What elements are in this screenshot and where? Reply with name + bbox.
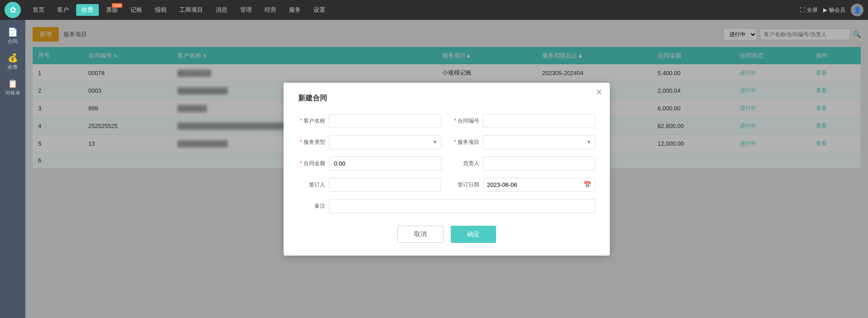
sidebar-item-statement-label: 对账单 [5,90,20,96]
nav-management[interactable]: 管理 [235,4,257,16]
main-layout: 📄 合同 💰 收费 📋 对账单 新增 服务项目 进行中 已完成 已终止 全部 [0,20,868,318]
fullscreen-icon: ⛶ [800,7,805,13]
top-navigation: ✿ 首页 客户 收费 票据 new 记账 报税 工商项目 消息 管理 经营 服务… [0,0,868,20]
billing-icon: 💰 [8,54,18,62]
form-row-contract-no: 合同编号 [452,114,595,128]
nav-settings[interactable]: 设置 [308,4,331,16]
nav-billing[interactable]: 收费 [76,4,99,16]
customer-name-label: 客户名称 [298,117,325,125]
left-sidebar: 📄 合同 💰 收费 📋 对账单 [0,20,25,318]
form-row-responsible-person: 负责人 [452,157,595,171]
confirm-button[interactable]: 确定 [451,226,496,243]
nav-home[interactable]: 首页 [27,4,50,16]
service-item-select-wrapper: ▼ [483,135,595,149]
nav-customer[interactable]: 客户 [52,4,74,16]
sidebar-item-statement[interactable]: 📋 对账单 [1,76,24,100]
form-row-notes: 备注 [298,199,595,213]
fullscreen-button[interactable]: ⛶ 全屏 [800,6,818,14]
nav-bookkeeping[interactable]: 记账 [125,4,148,16]
member-icon: ▶ [823,7,827,13]
sign-date-label: 签订日期 [452,181,479,189]
service-type-select[interactable] [329,135,441,149]
app-logo: ✿ [5,2,21,18]
cancel-button[interactable]: 取消 [397,226,444,243]
modal-close-button[interactable]: ✕ [596,88,603,96]
form-row-signer: 签订人 [298,178,441,192]
nav-tax[interactable]: 报税 [149,4,172,16]
customer-name-input[interactable] [329,114,441,128]
service-type-label: 服务类型 [298,138,325,146]
nav-invoice[interactable]: 票据 new [101,4,123,16]
nav-right-area: ⛶ 全屏 ▶ 畅会员 👤 [800,4,863,16]
service-item-label: 服务项目 [452,138,479,146]
notes-input[interactable] [329,199,595,213]
nav-business[interactable]: 工商项目 [174,4,208,16]
sidebar-item-contract[interactable]: 📄 合同 [1,24,24,48]
contract-icon: 📄 [8,28,18,36]
sign-date-input[interactable] [487,178,581,191]
sidebar-item-contract-label: 合同 [8,38,18,45]
fullscreen-label: 全屏 [807,6,818,14]
calendar-icon[interactable]: 📅 [583,181,591,188]
form-row-contract-amount: 合同金额 [298,157,441,171]
user-avatar[interactable]: 👤 [851,4,863,16]
form-row-customer-name: 客户名称 [298,114,441,128]
nav-message[interactable]: 消息 [210,4,233,16]
new-contract-modal: 新建合同 ✕ 客户名称 合同编号 服务类型 [284,83,610,256]
contract-no-input[interactable] [483,114,595,128]
nav-service[interactable]: 服务 [284,4,306,16]
service-item-select[interactable] [483,135,595,149]
contract-amount-label: 合同金额 [298,160,325,167]
form-row-service-type: 服务类型 ▼ [298,135,441,149]
service-type-select-wrapper: ▼ [329,135,441,149]
form-grid: 客户名称 合同编号 服务类型 ▼ [298,114,595,213]
form-row-service-item: 服务项目 ▼ [452,135,595,149]
notes-label: 备注 [298,202,325,210]
nav-menu: 首页 客户 收费 票据 new 记账 报税 工商项目 消息 管理 经营 服务 设… [27,4,800,16]
sidebar-item-billing-label: 收费 [8,64,18,71]
nav-operation[interactable]: 经营 [259,4,282,16]
modal-title: 新建合同 [298,94,595,103]
contract-no-label: 合同编号 [452,117,479,125]
signer-label: 签订人 [298,181,325,189]
avatar-icon: 👤 [854,6,861,14]
sign-date-wrapper: 📅 [483,178,595,192]
contract-amount-input[interactable] [329,157,441,171]
member-label: 畅会员 [829,6,845,14]
modal-overlay: 新建合同 ✕ 客户名称 合同编号 服务类型 [25,20,868,318]
signer-input[interactable] [329,178,441,192]
statement-icon: 📋 [8,80,18,88]
modal-footer: 取消 确定 [298,226,595,243]
new-badge: new [112,3,122,8]
sidebar-item-billing[interactable]: 💰 收费 [1,50,24,74]
content-area: 新增 服务项目 进行中 已完成 已终止 全部 🔍 序号 合同编号 [25,20,868,318]
form-row-sign-date: 签订日期 📅 [452,178,595,192]
member-button[interactable]: ▶ 畅会员 [823,6,845,14]
responsible-person-label: 负责人 [452,160,479,167]
responsible-person-input[interactable] [483,157,595,171]
